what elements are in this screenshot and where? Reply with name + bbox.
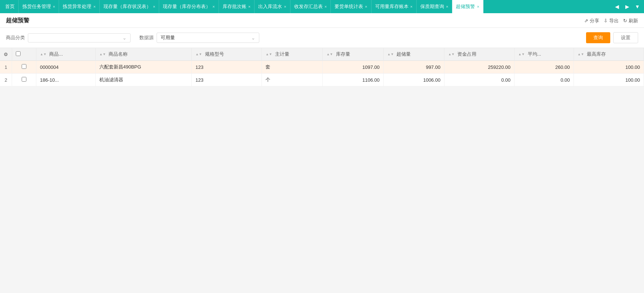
row-avg: 260.00 [515,61,574,74]
sort-icon: ▲▼ [99,53,106,56]
nav-bar: 首页 拣货任务管理 × 拣货异常处理 × 现存量（库存状况表） × 现存量（库存… [0,0,644,13]
table-body: 1 0000004 六配套新昌490BPG 123 套 1097.00 997.… [0,61,644,86]
category-select[interactable]: ⌄ [28,33,131,42]
nav-menu-button[interactable]: ▼ [632,1,643,12]
row-max: 100.00 [574,61,644,74]
nav-arrows: ◀ ▶ ▼ [612,1,643,12]
filter-actions: 查询 设置 [586,32,638,43]
col-avg[interactable]: ▲▼ 平均... [515,48,574,61]
col-stock[interactable]: ▲▼ 库存量 [323,48,384,61]
row-name: 机油滤清器 [95,74,191,86]
nav-prev-button[interactable]: ◀ [612,1,622,12]
category-label: 商品分类 [6,34,25,41]
category-dropdown-icon: ⌄ [122,35,127,41]
header-actions: ⇗ 分享 ⇩ 导出 ↻ 刷新 [584,18,638,24]
close-icon[interactable]: × [248,4,250,9]
row-checkbox-cell[interactable] [12,74,36,86]
nav-item-stock-status[interactable]: 现存量（库存状况表） × [100,0,159,13]
nav-item-exception[interactable]: 拣货异常处理 × [59,0,99,13]
share-button[interactable]: ⇗ 分享 [584,18,599,24]
row-stock: 1106.00 [323,74,384,86]
nav-item-quality[interactable]: 保质期查询 × [417,0,452,13]
export-button[interactable]: ⇩ 导出 [604,18,619,24]
row-over: 997.00 [384,61,444,74]
sort-icon: ▲▼ [326,53,333,56]
close-icon[interactable]: × [477,4,479,9]
close-icon[interactable]: × [212,4,215,9]
close-icon[interactable]: × [53,4,55,9]
nav-next-button[interactable]: ▶ [622,1,632,12]
datasource-select[interactable]: 可用量 ⌄ [157,33,259,43]
nav-item-task[interactable]: 拣货任务管理 × [19,0,59,13]
row-spec: 123 [192,74,262,86]
row-name: 六配套新昌490BPG [95,61,191,74]
nav-item-flow[interactable]: 出入库流水 × [255,0,290,13]
col-code[interactable]: ▲▼ 商品... [36,48,96,61]
nav-item-overstock[interactable]: 超储预警 × [452,0,483,13]
share-icon: ⇗ [584,18,588,23]
col-spec[interactable]: ▲▼ 规格型号 [192,48,262,61]
close-icon[interactable]: × [153,4,155,9]
col-capital[interactable]: ▲▼ 资金占用 [444,48,514,61]
nav-item-usable[interactable]: 可用量库存账本 × [372,0,417,13]
col-name[interactable]: ▲▼ 商品名称 [95,48,191,61]
query-button[interactable]: 查询 [586,32,610,43]
row-checkbox-cell[interactable] [12,61,36,74]
sort-icon: ▲▼ [266,53,272,56]
sort-icon: ▲▼ [448,53,455,56]
refresh-button[interactable]: ↻ 刷新 [623,18,638,24]
col-select-all[interactable] [12,48,36,61]
table-row: 2 186-10... 机油滤清器 123 个 1106.00 1006.00 … [0,74,644,86]
nav-item-stock-dist[interactable]: 现存量（库存分布表） × [159,0,219,13]
datasource-label: 数据源 [139,34,154,41]
nav-item-home[interactable]: 首页 [1,0,19,13]
row-checkbox[interactable] [22,64,26,69]
col-gear[interactable]: ⚙ [0,48,12,61]
row-over: 1006.00 [384,74,444,86]
close-icon[interactable]: × [410,4,413,9]
col-over[interactable]: ▲▼ 超储量 [384,48,444,61]
filter-datasource: 数据源 可用量 ⌄ [139,33,259,43]
row-code: 186-10... [36,74,96,86]
setting-button[interactable]: 设置 [613,32,638,43]
table-area: ⚙ ▲▼ 商品... ▲▼ 商品名称 ▲▼ 规格型号 ▲▼ [0,48,644,86]
col-unit[interactable]: ▲▼ 主计量 [262,48,323,61]
close-icon[interactable]: × [284,4,286,9]
table-header-row: ⚙ ▲▼ 商品... ▲▼ 商品名称 ▲▼ 规格型号 ▲▼ [0,48,644,61]
row-avg: 0.00 [515,74,574,86]
sort-icon: ▲▼ [578,53,584,56]
row-stock: 1097.00 [323,61,384,74]
table-row: 1 0000004 六配套新昌490BPG 123 套 1097.00 997.… [0,61,644,74]
sort-icon: ▲▼ [40,53,47,56]
col-max[interactable]: ▲▼ 最高库存 [574,48,644,61]
page-header: 超储预警 ⇗ 分享 ⇩ 导出 ↻ 刷新 [0,13,644,28]
row-unit: 套 [262,61,323,74]
gear-icon: ⚙ [4,52,8,57]
close-icon[interactable]: × [325,4,327,9]
sort-icon: ▲▼ [195,53,202,56]
sort-icon: ▲▼ [518,53,525,56]
row-max: 100.00 [574,74,644,86]
nav-item-summary[interactable]: 收发存汇总表 × [290,0,331,13]
close-icon[interactable]: × [446,4,448,9]
row-checkbox[interactable] [22,77,26,82]
row-seq: 2 [0,74,12,86]
filter-category: 商品分类 ⌄ [6,33,131,42]
row-unit: 个 [262,74,323,86]
refresh-icon: ↻ [623,18,627,23]
close-icon[interactable]: × [93,4,95,9]
page-title: 超储预警 [6,17,29,25]
row-capital: 259220.00 [444,61,514,74]
datasource-dropdown-icon: ⌄ [251,35,255,41]
row-spec: 123 [192,61,262,74]
row-seq: 1 [0,61,12,74]
select-all-checkbox[interactable] [16,51,21,56]
row-capital: 0.00 [444,74,514,86]
row-code: 0000004 [36,61,96,74]
nav-item-order-stat[interactable]: 要货单统计表 × [331,0,371,13]
close-icon[interactable]: × [365,4,367,9]
filter-area: 商品分类 ⌄ 数据源 可用量 ⌄ 查询 设置 [0,28,644,48]
export-icon: ⇩ [604,18,608,23]
nav-item-batch[interactable]: 库存批次账 × [219,0,255,13]
data-table: ⚙ ▲▼ 商品... ▲▼ 商品名称 ▲▼ 规格型号 ▲▼ [0,48,644,86]
